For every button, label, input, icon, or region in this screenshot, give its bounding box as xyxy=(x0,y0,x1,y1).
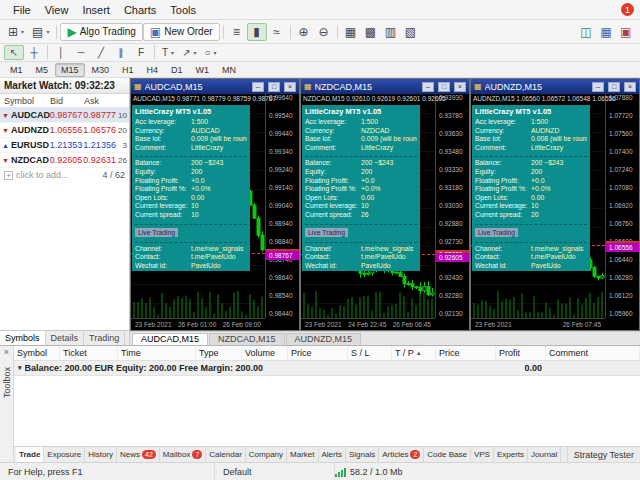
toolbox-tab[interactable]: News 42 xyxy=(117,447,160,462)
data-window-button[interactable]: ▥ xyxy=(381,23,401,41)
toolbox-column-header[interactable]: T / P ▲ xyxy=(392,346,436,360)
equidistant-channel-button[interactable]: ∥ xyxy=(111,45,131,60)
economic-calendar-button[interactable]: ▦ xyxy=(596,23,616,41)
menu-item[interactable]: Insert xyxy=(75,2,117,18)
market-watch-tab[interactable]: Details xyxy=(46,331,85,345)
vertical-line-button[interactable]: │ xyxy=(51,45,71,60)
market-watch-tab[interactable]: Trading xyxy=(84,331,125,345)
balance-row[interactable]: ▾ Balance: 200.00 EUR Equity: 200.00 Fre… xyxy=(14,361,640,376)
toolbox-tab[interactable]: Trade xyxy=(16,447,44,462)
chart-tab[interactable]: NZDCAD,M15 xyxy=(209,333,285,345)
time-axis[interactable]: 23 Feb 2021 24 Feb 22:45 26 Feb 06:45 xyxy=(301,318,435,330)
chart-canvas[interactable]: LittleCrazy MT5 v1.05 Acc leverage: 1:50… xyxy=(131,94,299,330)
time-axis[interactable]: 23 Feb 2021 26 Feb 07:45 xyxy=(471,318,605,330)
candlestick-mode-button[interactable]: ▮ xyxy=(247,23,267,41)
arrow-tool-button[interactable]: ↗ ▾ xyxy=(178,45,200,60)
zoom-out-button[interactable]: ⊖ xyxy=(314,23,334,41)
toolbox-tab[interactable]: Code Base xyxy=(424,447,471,462)
price-scale[interactable]: 1.078801.077201.075601.074001.072401.070… xyxy=(605,94,639,318)
cascade-windows-button[interactable]: ▩ xyxy=(361,23,381,41)
market-watch-tab[interactable]: Symbols xyxy=(0,331,46,345)
market-watch-row[interactable]: ▼ AUDCAD 0.98767 0.98777 10 xyxy=(0,108,129,123)
new-chart-button[interactable]: ⊞ ▾ xyxy=(4,23,28,41)
timeframe-button[interactable]: M5 xyxy=(30,63,55,77)
menu-item[interactable]: Tools xyxy=(163,2,203,18)
crosshair-button[interactable]: ┼ xyxy=(24,45,44,60)
market-watch-row[interactable]: ▼ NZDCAD 0.92605 0.92631 26 xyxy=(0,153,129,168)
strategy-tester-label[interactable]: Strategy Tester xyxy=(567,447,640,462)
toolbox-tab[interactable]: Exposure xyxy=(44,447,85,462)
toolbox-tab[interactable]: History xyxy=(85,447,117,462)
trendline-button[interactable]: ╱ xyxy=(91,45,111,60)
timeframe-button[interactable]: D1 xyxy=(165,63,189,77)
status-profile[interactable]: Default xyxy=(215,463,335,480)
toolbox-column-header[interactable]: Symbol xyxy=(14,346,60,360)
notifications-badge[interactable]: 1 xyxy=(621,3,634,16)
toolbox-tab[interactable]: Articles 2 xyxy=(379,447,424,462)
minimize-button[interactable]: – xyxy=(592,82,604,92)
add-symbol-label[interactable]: click to add... xyxy=(16,170,69,180)
algo-trading-button[interactable]: ▶ Algo Trading xyxy=(60,23,142,41)
toolbox-column-header[interactable]: Price xyxy=(288,346,348,360)
toolbox-tab[interactable]: Calendar xyxy=(206,447,245,462)
line-chart-mode-button[interactable]: ≈ xyxy=(267,23,287,41)
column-symbol[interactable]: Symbol xyxy=(0,96,50,106)
chart-tab[interactable]: AUDNZD,M15 xyxy=(286,333,362,345)
column-ask[interactable]: Ask xyxy=(84,96,118,106)
text-tool-button[interactable]: T ▾ xyxy=(158,45,178,60)
market-watch-row[interactable]: ▲ EURUSD 1.21353 1.21356 3 xyxy=(0,138,129,153)
navigator-button[interactable]: ▧ xyxy=(401,23,421,41)
zoom-in-button[interactable]: ⊕ xyxy=(294,23,314,41)
toolbox-tab[interactable]: Mailbox 7 xyxy=(160,447,206,462)
expand-icon[interactable]: ▾ xyxy=(18,364,22,372)
maximize-button[interactable]: □ xyxy=(268,82,280,92)
toolbox-tab[interactable]: Signals xyxy=(346,447,379,462)
fibonacci-button[interactable]: F xyxy=(131,45,151,60)
market-watch-add-row[interactable]: + click to add... 4 / 62 xyxy=(0,168,129,182)
minimize-button[interactable]: – xyxy=(422,82,434,92)
toolbox-tab[interactable]: Alerts xyxy=(319,447,346,462)
toolbox-column-header[interactable]: Profit xyxy=(496,346,546,360)
price-scale[interactable]: 0.996400.995400.994400.993400.992400.991… xyxy=(265,94,299,318)
horizontal-line-button[interactable]: ─ xyxy=(71,45,91,60)
toolbox-column-header[interactable]: Ticket xyxy=(60,346,118,360)
menu-item[interactable]: View xyxy=(38,2,76,18)
alerts-toolbar-button[interactable]: ▣ xyxy=(616,23,636,41)
toolbox-column-header[interactable]: S / L xyxy=(348,346,392,360)
chart-canvas[interactable]: LittleCrazy MT5 v1.05 Acc leverage: 1:50… xyxy=(471,94,639,330)
maximize-button[interactable]: □ xyxy=(608,82,620,92)
chart-titlebar[interactable]: ▦ NZDCAD,M15 – □ × xyxy=(301,79,469,94)
market-watch-tab[interactable]: Ticks xyxy=(125,331,129,345)
column-bid[interactable]: Bid xyxy=(50,96,84,106)
close-toolbox-button[interactable]: × xyxy=(4,348,9,357)
toolbox-column-header[interactable]: Comment xyxy=(546,346,640,360)
time-axis[interactable]: 23 Feb 2021 26 Feb 01:00 26 Feb 09:00 xyxy=(131,318,265,330)
cursor-button[interactable]: ↖ xyxy=(4,45,24,60)
toolbox-side-label[interactable]: Toolbox xyxy=(2,367,12,398)
menu-item[interactable]: File xyxy=(6,2,38,18)
bar-chart-mode-button[interactable]: ≡ xyxy=(227,23,247,41)
close-button[interactable]: × xyxy=(624,82,636,92)
timeframe-button[interactable]: H1 xyxy=(116,63,140,77)
close-button[interactable]: × xyxy=(284,82,296,92)
chart-canvas[interactable]: LittleCrazy MT5 v1.05 Acc leverage: 1:50… xyxy=(301,94,469,330)
chart-tab[interactable]: AUDCAD,M15 xyxy=(132,333,208,345)
timeframe-button[interactable]: MN xyxy=(216,63,242,77)
minimize-button[interactable]: – xyxy=(252,82,264,92)
profiles-button[interactable]: ▤ ▾ xyxy=(28,23,53,41)
new-order-button[interactable]: ▣ New Order xyxy=(143,23,220,41)
timeframe-button[interactable]: M15 xyxy=(55,63,85,77)
toolbox-tab[interactable]: Journal xyxy=(528,447,561,462)
toolbox-tab[interactable]: Experts xyxy=(494,447,528,462)
add-symbol-icon[interactable]: + xyxy=(4,171,13,180)
maximize-button[interactable]: □ xyxy=(438,82,450,92)
shapes-tool-button[interactable]: ○ ▾ xyxy=(201,45,221,60)
close-button[interactable]: × xyxy=(454,82,466,92)
menu-item[interactable]: Charts xyxy=(117,2,163,18)
chart-titlebar[interactable]: ▦ AUDCAD,M15 – □ × xyxy=(131,79,299,94)
toolbox-tab[interactable]: Market xyxy=(287,447,318,462)
toolbox-tab[interactable]: Company xyxy=(246,447,287,462)
chart-titlebar[interactable]: ▦ AUDNZD,M15 – □ × xyxy=(471,79,639,94)
market-depth-button[interactable]: ◫ xyxy=(576,23,596,41)
timeframe-button[interactable]: W1 xyxy=(190,63,216,77)
